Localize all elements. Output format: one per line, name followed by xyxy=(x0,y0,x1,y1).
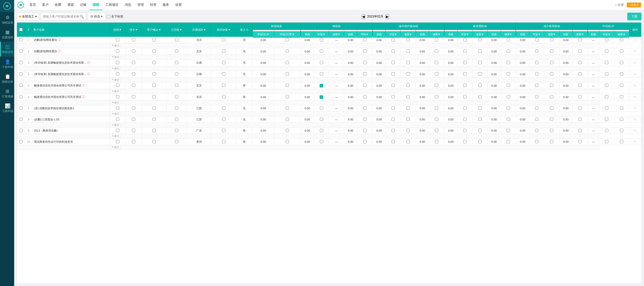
edu-report-cb[interactable] xyxy=(463,95,466,98)
row-checkbox[interactable] xyxy=(19,106,23,110)
row-reported[interactable] xyxy=(166,71,187,78)
row-checkbox-cell[interactable] xyxy=(17,128,25,134)
sidebar-item-piliang[interactable]: ▦ 批量报税 xyxy=(0,27,14,42)
name-filter-checkbox[interactable] xyxy=(107,15,110,18)
row-vat-report[interactable] xyxy=(314,48,329,55)
local-report-cb[interactable] xyxy=(535,61,538,64)
chaoshui-cb[interactable] xyxy=(116,106,119,110)
nav-client[interactable]: 客户 xyxy=(39,0,52,10)
stamp-pay-cb[interactable] xyxy=(620,129,623,132)
row-checkbox[interactable] xyxy=(19,95,23,98)
row-local-pay[interactable] xyxy=(544,139,559,145)
row-caiwu-month[interactable] xyxy=(274,94,301,100)
vat-report-cb[interactable] xyxy=(320,129,323,132)
reported-cb[interactable] xyxy=(175,61,178,64)
row-ops[interactable]: ✎ xyxy=(629,139,641,145)
row-checkbox-cell[interactable] xyxy=(17,82,25,89)
sidebar-item-baoshuiliulan[interactable]: ◫ 报税浏览 xyxy=(0,42,14,56)
row-confirm[interactable] xyxy=(142,105,166,112)
edu-pay-cb[interactable] xyxy=(478,84,482,87)
local-pay-cb[interactable] xyxy=(550,38,553,41)
city-pay2-cb[interactable] xyxy=(435,72,438,76)
row-stamp-pay[interactable] xyxy=(614,94,629,100)
vat-report-cb[interactable] xyxy=(320,38,323,41)
confirm-cb[interactable] xyxy=(152,72,156,76)
reported-cb[interactable] xyxy=(175,72,178,76)
city-pay-cb[interactable] xyxy=(406,61,410,64)
local-pay2-cb[interactable] xyxy=(578,118,582,121)
row-local-pay2[interactable] xyxy=(573,48,588,55)
stamp-pay-cb[interactable] xyxy=(620,84,623,87)
row-edu-pay[interactable] xyxy=(473,105,487,112)
row-stamp-pay[interactable] xyxy=(614,116,629,123)
confirm-cb[interactable] xyxy=(152,106,156,110)
caiwu-month-cb[interactable] xyxy=(286,106,289,110)
vat-report2-cb[interactable] xyxy=(363,84,366,87)
row-checkbox[interactable] xyxy=(19,129,23,132)
row-local-report[interactable] xyxy=(529,60,544,66)
caiwu-month-cb[interactable] xyxy=(286,61,289,64)
row-city-pay[interactable] xyxy=(401,94,416,100)
row-edu-pay2[interactable] xyxy=(501,116,516,123)
edit-icon[interactable]: ✎ xyxy=(634,106,637,110)
row-checkbox-cell[interactable] xyxy=(17,71,25,78)
edu-report-cb[interactable] xyxy=(463,140,466,143)
stamp-pay-cb[interactable] xyxy=(620,61,623,64)
row-taxequip[interactable] xyxy=(211,128,236,134)
row-local-pay[interactable] xyxy=(544,105,559,112)
city-pay2-cb[interactable] xyxy=(435,118,438,121)
edu-pay2-cb[interactable] xyxy=(507,106,510,110)
row-city-pay[interactable] xyxy=(401,128,416,134)
stamp-report-cb[interactable] xyxy=(605,72,608,76)
row-confirm[interactable] xyxy=(142,82,166,89)
qingka-cb[interactable] xyxy=(132,84,135,87)
city-pay-cb[interactable] xyxy=(406,95,410,98)
confirm-cb[interactable] xyxy=(152,129,156,132)
row-ops[interactable]: ✎ xyxy=(629,116,641,123)
row-qingka[interactable] xyxy=(126,37,142,43)
local-report-cb[interactable] xyxy=(535,72,538,76)
row-city-pay2[interactable] xyxy=(429,128,444,134)
row-local-pay2[interactable] xyxy=(573,60,588,66)
taxequip-cb[interactable] xyxy=(222,38,225,41)
edu-report-cb[interactable] xyxy=(463,84,466,87)
employee-filter[interactable]: 全部员工 ▾ xyxy=(17,13,39,20)
chaoshui-cb[interactable] xyxy=(116,38,119,41)
row-caiwu-month[interactable] xyxy=(274,128,301,134)
row-city-pay[interactable] xyxy=(401,71,416,78)
row-caiwu-month[interactable] xyxy=(274,48,301,55)
row-taxequip[interactable] xyxy=(211,82,236,89)
edit-icon[interactable]: ✎ xyxy=(634,49,637,53)
row-chaoshui[interactable] xyxy=(109,116,126,123)
chaoshui-cb[interactable] xyxy=(116,61,119,64)
city-pay-cb[interactable] xyxy=(406,118,410,121)
row-edu-pay2[interactable] xyxy=(501,48,516,55)
taxequip-cb[interactable] xyxy=(222,129,225,132)
sidebar-item-geshuishenb[interactable]: 👤 个税申报 xyxy=(0,57,14,71)
nav-business[interactable]: 工商项目 xyxy=(102,0,122,10)
city-report-cb[interactable] xyxy=(392,118,395,121)
local-pay2-cb[interactable] xyxy=(578,49,582,53)
row-ops[interactable]: ✎ xyxy=(629,71,641,78)
row-edu-pay[interactable] xyxy=(473,82,487,89)
row-local-report[interactable] xyxy=(529,128,544,134)
reported-cb[interactable] xyxy=(175,84,178,87)
row-edu-pay[interactable] xyxy=(473,128,487,134)
vat-report2-cb[interactable] xyxy=(363,61,366,64)
row-vat-report[interactable] xyxy=(314,105,329,112)
local-pay-cb[interactable] xyxy=(550,106,553,110)
edit-icon[interactable]: ✎ xyxy=(634,72,637,76)
sidebar-item-baoshuilv[interactable]: 📋 报税记录 xyxy=(0,71,14,86)
nav-bookkeep[interactable]: 记账 xyxy=(77,0,90,10)
row-city-report[interactable] xyxy=(386,128,401,134)
row-caiwu-month[interactable] xyxy=(274,71,301,78)
confirm-cb[interactable] xyxy=(152,140,156,143)
city-report-cb[interactable] xyxy=(392,61,395,64)
city-pay-cb[interactable] xyxy=(406,84,410,87)
row-reported[interactable] xyxy=(166,128,187,134)
row-checkbox-cell[interactable] xyxy=(17,60,25,66)
row-confirm[interactable] xyxy=(142,139,166,145)
qingka-cb[interactable] xyxy=(132,106,135,110)
prev-month-button[interactable]: ◀ xyxy=(362,14,365,19)
row-local-pay2[interactable] xyxy=(573,94,588,100)
